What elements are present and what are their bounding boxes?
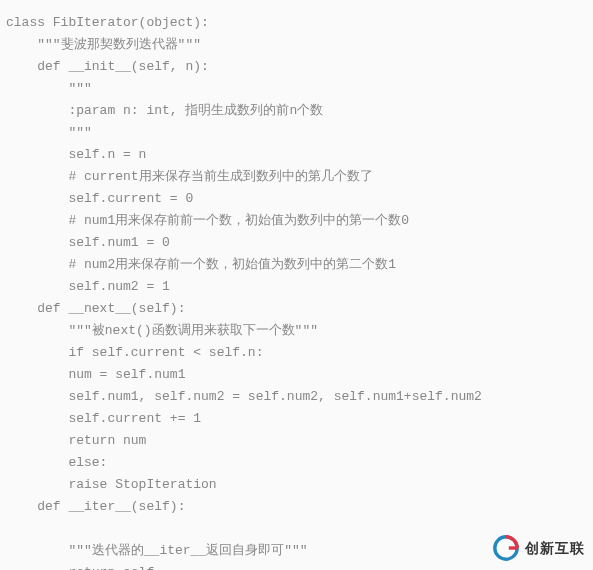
code-line: """被next()函数调用来获取下一个数"""	[6, 320, 587, 342]
code-line: if self.current < self.n:	[6, 342, 587, 364]
code-line: self.n = n	[6, 144, 587, 166]
code-line: self.current += 1	[6, 408, 587, 430]
code-line: def __init__(self, n):	[6, 56, 587, 78]
watermark-logo-icon	[492, 534, 520, 562]
code-line: # current用来保存当前生成到数列中的第几个数了	[6, 166, 587, 188]
code-line: self.num1, self.num2 = self.num2, self.n…	[6, 386, 587, 408]
code-line: else:	[6, 452, 587, 474]
code-line: num = self.num1	[6, 364, 587, 386]
code-line: self.num1 = 0	[6, 232, 587, 254]
code-line: raise StopIteration	[6, 474, 587, 496]
code-line: """	[6, 78, 587, 100]
code-line: return self	[6, 562, 587, 570]
code-block: class FibIterator(object): """斐波那契数列迭代器"…	[6, 12, 587, 570]
code-line: self.num2 = 1	[6, 276, 587, 298]
code-line: """斐波那契数列迭代器"""	[6, 34, 587, 56]
code-line: class FibIterator(object):	[6, 12, 587, 34]
watermark: 创新互联	[492, 534, 585, 562]
code-line: def __iter__(self):	[6, 496, 587, 518]
code-line: """	[6, 122, 587, 144]
code-line: :param n: int, 指明生成数列的前n个数	[6, 100, 587, 122]
watermark-text: 创新互联	[525, 537, 585, 559]
code-line: def __next__(self):	[6, 298, 587, 320]
code-line: # num2用来保存前一个数，初始值为数列中的第二个数1	[6, 254, 587, 276]
code-line: # num1用来保存前前一个数，初始值为数列中的第一个数0	[6, 210, 587, 232]
code-line: self.current = 0	[6, 188, 587, 210]
svg-rect-1	[509, 546, 517, 549]
code-line: return num	[6, 430, 587, 452]
